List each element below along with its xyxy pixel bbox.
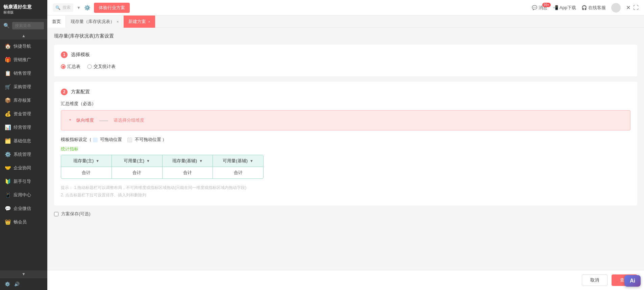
col-0-dropdown-icon[interactable]: ▼	[96, 159, 99, 163]
step1-header: 1 选择模板	[61, 51, 630, 58]
dimension-required-mark: *	[69, 118, 71, 123]
box-icon: 📦	[5, 97, 11, 103]
app-version: 标准版	[3, 10, 44, 15]
online-service-link[interactable]: 🎧 在线客服	[581, 5, 606, 11]
tab-inventory-close-icon[interactable]: ×	[117, 20, 119, 24]
sidebar-item-app-center[interactable]: 📱 应用中心	[0, 188, 47, 202]
gear-icon: ⚙️	[5, 151, 11, 158]
stats-col-1[interactable]: 可用量(主) ▼	[112, 155, 163, 167]
topbar-dropdown-icon[interactable]: ▼	[77, 5, 81, 10]
sidebar-item-wechat[interactable]: 💬 企业微信	[0, 202, 47, 215]
metrics-section: 模板指标设定（ 可拖动位置 不可拖动位置 ） 统计指标 现存量(主) ▼	[61, 137, 630, 179]
sidebar-search-input[interactable]	[12, 22, 44, 29]
radio-summary-label: 汇总表	[67, 64, 80, 70]
stats-col-2[interactable]: 现存量(基辅) ▼	[163, 155, 213, 167]
dimension-placeholder: 请选择分组维度	[114, 117, 144, 123]
industry-plan-button[interactable]: 体验行业方案	[94, 3, 130, 13]
radio-cross[interactable]: 交叉统计表	[87, 64, 116, 70]
cancel-button[interactable]: 取消	[582, 274, 608, 286]
save-checkbox[interactable]	[54, 212, 58, 216]
tab-inventory-label: 现存量（库存状况表）	[71, 19, 115, 25]
stats-cell-0-0: 合计	[61, 167, 112, 178]
sidebar-scroll-down[interactable]: ▼	[0, 270, 47, 278]
sidebar-label-marketing: 营销推广	[14, 57, 31, 63]
stats-col-2-label: 现存量(基辅)	[172, 158, 197, 164]
topbar-search-icon: 🔍	[55, 5, 60, 10]
volume-icon[interactable]: 🔊	[14, 282, 20, 287]
col-3-dropdown-icon[interactable]: ▼	[250, 159, 253, 163]
step2-num: 2	[61, 89, 68, 95]
tab-new-plan-close-icon[interactable]: ×	[148, 20, 150, 24]
main-area: 🔍 搜索 ▼ ⚙️ 体验行业方案 💬 消息 99+ 📲 App下载 🎧 在线客服	[47, 0, 644, 290]
clipboard-icon: 📋	[5, 70, 11, 76]
sidebar-label-sales: 销售管理	[14, 70, 31, 76]
stats-table-row-0: 合计 合计 合计 合计	[61, 167, 263, 178]
step1-title: 选择模板	[71, 52, 90, 58]
content-area: 现存量(库存状况表)方案设置 1 选择模板 汇总表 交叉统计表 2	[47, 28, 644, 270]
sidebar-item-cooperation[interactable]: 🤝 企业协同	[0, 161, 47, 175]
sidebar-item-purchase[interactable]: 🛒 采购管理	[0, 80, 47, 94]
sidebar-label-purchase: 采购管理	[14, 84, 31, 90]
stats-cell-0-3: 合计	[213, 167, 263, 178]
col-1-dropdown-icon[interactable]: ▼	[146, 159, 150, 163]
sidebar-item-finance[interactable]: 💰 资金管理	[0, 107, 47, 121]
stats-col-0[interactable]: 现存量(主) ▼	[61, 155, 112, 167]
chat-icon: 💬	[5, 206, 11, 212]
stats-table: 现存量(主) ▼ 可用量(主) ▼ 现存量(基辅) ▼ 可用量(基辅)	[61, 155, 264, 179]
template-radio-group: 汇总表 交叉统计表	[61, 64, 630, 70]
money-icon: 💰	[5, 111, 11, 117]
sidebar-scroll-up[interactable]: ▲	[0, 32, 47, 40]
badge-icon: 🔰	[5, 178, 11, 185]
metrics-non-draggable-label: 不可拖动位置	[135, 137, 161, 142]
topbar-search-text: 搜索	[63, 5, 71, 10]
tabbar: 首页 现存量（库存状况表） × 新建方案 ×	[47, 16, 644, 28]
stats-col-3[interactable]: 可用量(基辅) ▼	[213, 155, 263, 167]
message-icon: 💬	[532, 5, 537, 10]
message-button[interactable]: 💬 消息 99+	[532, 5, 547, 11]
tab-new-plan[interactable]: 新建方案 ×	[124, 16, 155, 28]
close-button[interactable]: ✕	[626, 4, 630, 11]
sidebar-item-sales[interactable]: 📋 销售管理	[0, 67, 47, 80]
cart-icon: 🛒	[5, 84, 11, 90]
ai-button[interactable]: Ai	[624, 275, 641, 287]
app-download-link[interactable]: 📲 App下载	[553, 5, 576, 11]
topbar: 🔍 搜索 ▼ ⚙️ 体验行业方案 💬 消息 99+ 📲 App下载 🎧 在线客服	[47, 0, 644, 16]
sidebar-item-membership[interactable]: 👑 畅会员	[0, 215, 47, 229]
non-draggable-indicator	[127, 138, 132, 142]
bottom-bar: 取消 查询	[47, 270, 644, 290]
metrics-label-text: 模板指标设定（	[61, 137, 92, 142]
step1-num: 1	[61, 51, 68, 58]
sidebar-item-operations[interactable]: 📊 经营管理	[0, 121, 47, 134]
stats-col-1-label: 可用量(主)	[124, 158, 144, 164]
topbar-right: 💬 消息 99+ 📲 App下载 🎧 在线客服 ✕ ⛶	[532, 3, 639, 13]
sidebar-item-new-guide[interactable]: 🔰 新手引导	[0, 175, 47, 188]
dimension-arrow: ——	[99, 118, 108, 123]
topbar-search-area[interactable]: 🔍 搜索	[53, 3, 73, 12]
dimension-label-text: 汇总维度（必选）	[61, 101, 96, 106]
sidebar-item-system[interactable]: ⚙️ 系统管理	[0, 148, 47, 161]
sidebar-label-new-guide: 新手引导	[14, 178, 31, 185]
sidebar-item-marketing[interactable]: 🎁 营销推广	[0, 53, 47, 67]
radio-cross-label: 交叉统计表	[94, 64, 116, 70]
tab-home[interactable]: 首页	[47, 16, 66, 28]
tab-inventory-status[interactable]: 现存量（库存状况表） ×	[66, 16, 124, 28]
app-name: 畅康通好生意	[3, 4, 44, 10]
sidebar-item-quick-nav[interactable]: 🏠 快捷导航	[0, 40, 47, 53]
sidebar-item-basic[interactable]: 🗂️ 基础信息	[0, 134, 47, 148]
sidebar-item-inventory[interactable]: 📦 库存核算	[0, 94, 47, 107]
tip-0: 提示： 1.拖动标题栏可以调整布局，不可跨维度或指标区域拖动(只能在同一维度或指…	[61, 184, 630, 192]
stats-title: 统计指标	[61, 146, 630, 152]
radio-summary[interactable]: 汇总表	[61, 64, 80, 70]
metrics-label: 模板指标设定（ 可拖动位置 不可拖动位置 ）	[61, 137, 630, 143]
dimension-field-label: 纵向维度	[76, 117, 94, 123]
app-logo: 畅康通好生意 标准版	[0, 0, 47, 19]
col-2-dropdown-icon[interactable]: ▼	[199, 159, 203, 163]
dimension-box[interactable]: * 纵向维度 —— 请选择分组维度	[61, 110, 630, 130]
topbar-settings-icon[interactable]: ⚙️	[84, 5, 91, 11]
expand-button[interactable]: ⛶	[633, 5, 639, 11]
sidebar-search-area[interactable]: 🔍	[0, 19, 47, 32]
settings-icon[interactable]: ⚙️	[5, 282, 10, 287]
metrics-draggable-label: 可拖动位置	[100, 137, 122, 142]
metrics-label-close: ）	[162, 137, 167, 142]
user-avatar[interactable]	[611, 3, 621, 13]
